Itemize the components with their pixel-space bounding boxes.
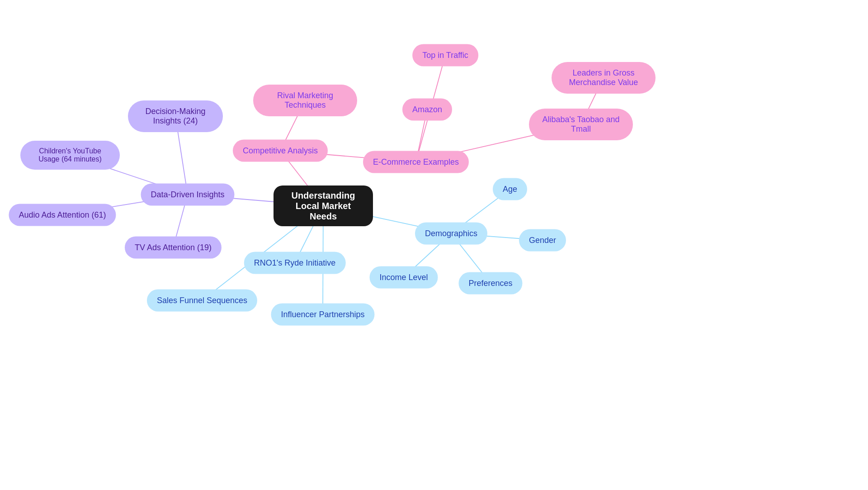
node-alibaba[interactable]: Alibaba's Taobao and Tmall [529, 109, 633, 140]
node-data_driven[interactable]: Data-Driven Insights [141, 184, 234, 206]
node-amazon[interactable]: Amazon [402, 99, 452, 121]
node-rno1_ryde[interactable]: RNO1's Ryde Initiative [244, 252, 346, 274]
node-influencer[interactable]: Influencer Partnerships [271, 304, 374, 326]
node-demographics[interactable]: Demographics [415, 223, 487, 245]
node-age[interactable]: Age [493, 178, 527, 200]
node-rival_marketing[interactable]: Rival Marketing Techniques [253, 85, 357, 116]
node-childrens_youtube[interactable]: Children's YouTube Usage (64 minutes) [20, 141, 120, 170]
node-leaders_gmv[interactable]: Leaders in Gross Merchandise Value [552, 62, 656, 94]
node-preferences[interactable]: Preferences [458, 272, 522, 295]
node-competitive_analysis[interactable]: Competitive Analysis [233, 140, 328, 162]
node-audio_ads[interactable]: Audio Ads Attention (61) [9, 204, 116, 226]
node-ecommerce_examples[interactable]: E-Commerce Examples [363, 151, 469, 173]
mindmap-container: Understanding Local Market NeedsCompetit… [0, 0, 868, 490]
node-tv_ads[interactable]: TV Ads Attention (19) [125, 237, 222, 259]
node-center[interactable]: Understanding Local Market Needs [274, 186, 373, 226]
node-top_in_traffic[interactable]: Top in Traffic [412, 44, 478, 67]
node-gender[interactable]: Gender [519, 229, 566, 252]
node-sales_funnel[interactable]: Sales Funnel Sequences [147, 290, 257, 312]
node-income_level[interactable]: Income Level [369, 266, 438, 289]
node-decision_making[interactable]: Decision-Making Insights (24) [128, 100, 223, 132]
